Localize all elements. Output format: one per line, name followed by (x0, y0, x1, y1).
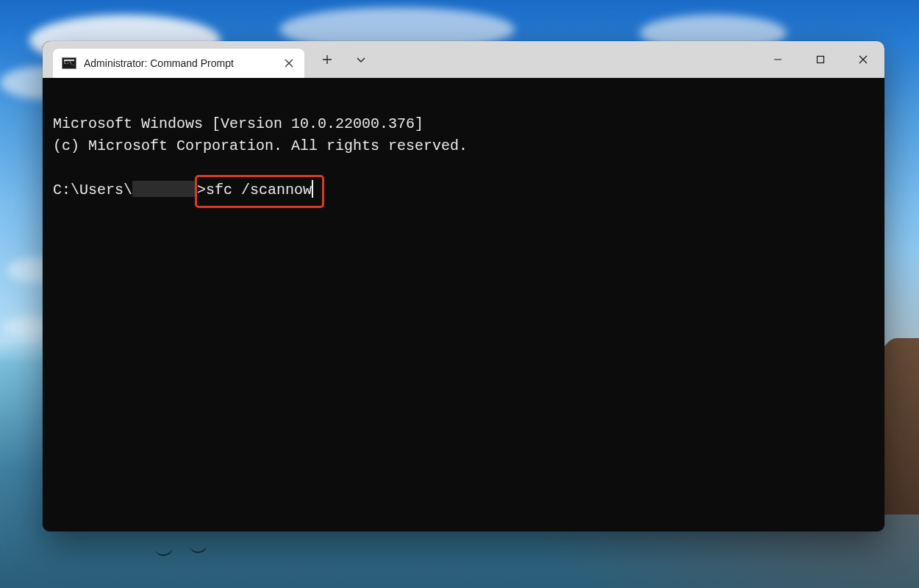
new-tab-button[interactable] (310, 41, 344, 78)
minimize-icon (773, 55, 782, 64)
wallpaper-birds: ︶ ︶ (154, 538, 215, 570)
titlebar-drag-region[interactable] (378, 41, 757, 78)
tab-title: Administrator: Command Prompt (84, 57, 273, 69)
svg-rect-0 (818, 57, 824, 63)
prompt-suffix: > (197, 182, 206, 198)
chevron-down-icon (356, 54, 366, 65)
text-cursor (312, 180, 313, 198)
terminal-prompt-line: C:\Users\>sfc /scannow (53, 179, 313, 201)
maximize-icon (816, 55, 825, 64)
tab-strip: Administrator: Command Prompt (43, 41, 304, 78)
close-icon (859, 55, 868, 64)
close-button[interactable] (842, 41, 884, 78)
terminal-output-line: Microsoft Windows [Version 10.0.22000.37… (53, 115, 423, 132)
terminal-body[interactable]: Microsoft Windows [Version 10.0.22000.37… (43, 78, 884, 531)
terminal-icon (62, 57, 76, 69)
close-icon (285, 59, 293, 68)
minimize-button[interactable] (757, 41, 799, 78)
terminal-output-line: (c) Microsoft Corporation. All rights re… (53, 137, 468, 154)
redacted-username (132, 181, 197, 197)
prompt-prefix: C:\Users\ (53, 182, 132, 198)
tab-dropdown-button[interactable] (344, 41, 378, 78)
titlebar[interactable]: Administrator: Command Prompt (43, 41, 884, 78)
plus-icon (322, 54, 332, 65)
terminal-window: Administrator: Command Prompt (43, 41, 884, 531)
tab-active[interactable]: Administrator: Command Prompt (53, 49, 304, 78)
maximize-button[interactable] (799, 41, 842, 78)
tabbar-actions (304, 41, 378, 78)
window-controls (757, 41, 884, 78)
desktop-wallpaper: ︶ ︶ Administrator: Command Prompt (0, 0, 919, 588)
command-input[interactable]: sfc /scannow (206, 182, 312, 198)
tab-close-button[interactable] (281, 55, 297, 71)
